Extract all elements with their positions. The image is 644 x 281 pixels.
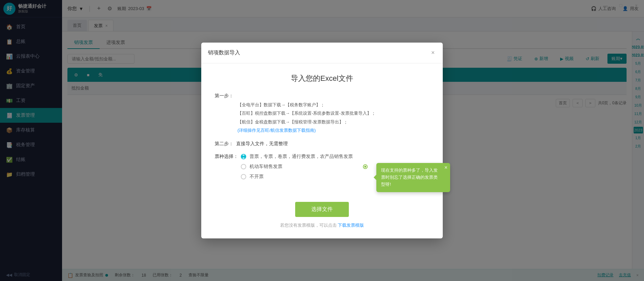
minimize-button[interactable]: — (598, 0, 613, 11)
step1-line2: 【百旺】税控盘数据下载→【系统设置-系统参数设置-发票批量导入】； (237, 109, 429, 117)
radio-none-circle (241, 174, 246, 179)
radio-normal-circle (241, 154, 246, 159)
tooltip-text: 现在支持的票种多了，导入发票时别忘了选择正确的发票类型呀! (381, 168, 438, 187)
modal-step1: 第一步： 【全电平台】数据下载→【税务数字账户】； 【百旺】税控盘数据下载→【系… (215, 93, 429, 134)
tooltip-bubble: 现在支持的票种多了，导入发票时别忘了选择正确的发票类型呀! × (376, 163, 450, 192)
ticket-select: 票种选择： 普票，专票，卷票，通行费发票，农产品销售发票 机动车销售 (215, 154, 429, 180)
modal-title: 销项数据导入 (208, 49, 240, 56)
modal-header: 销项数据导入 × (201, 43, 443, 63)
step1-guide-link[interactable]: (详细操作见百旺/航信发票数据下载指南) (237, 128, 316, 133)
footer-note-text: 若您没有发票模版，可以点击 (280, 223, 337, 228)
modal-footer: 选择文件 若您没有发票模版，可以点击 下载发票模版 (201, 195, 443, 238)
maximize-button[interactable]: □ (613, 0, 629, 11)
step1-line3: 【航信】金税盘数据下载→【报税管理-发票数据导出】； (237, 118, 429, 126)
step1-content: 【全电平台】数据下载→【税务数字账户】； 【百旺】税控盘数据下载→【系统设置-系… (237, 101, 429, 134)
step2-value: 直接导入文件，无需整理 (236, 141, 288, 147)
radio-group: 普票，专票，卷票，通行费发票，农产品销售发票 机动车销售发票 不开票 (241, 154, 353, 180)
tooltip-arrow (374, 175, 376, 180)
modal-step2: 第二步： 直接导入文件，无需整理 (215, 141, 429, 147)
select-file-button[interactable]: 选择文件 (295, 202, 349, 217)
modal-footer-note: 若您没有发票模版，可以点击 下载发票模版 (215, 222, 429, 228)
step2-label: 第二步： (215, 141, 233, 147)
ticket-select-label: 票种选择： (215, 154, 238, 160)
step1-label: 第一步： (215, 93, 233, 99)
modal-close-button[interactable]: × (430, 48, 436, 58)
radio-motor-circle (241, 164, 246, 169)
radio-normal-label: 普票，专票，卷票，通行费发票，农产品销售发票 (250, 154, 353, 160)
radio-motor-label: 机动车销售发票 (250, 164, 282, 170)
radio-none-label: 不开票 (250, 174, 264, 180)
modal-overlay: 销项数据导入 × 导入您的Excel文件 第一步： 【全电平台】数据下载→【税务… (0, 0, 644, 281)
modal-main-title: 导入您的Excel文件 (215, 73, 429, 83)
radio-none[interactable]: 不开票 (241, 174, 353, 180)
step1-line1: 【全电平台】数据下载→【税务数字账户】； (237, 101, 429, 109)
import-modal: 销项数据导入 × 导入您的Excel文件 第一步： 【全电平台】数据下载→【税务… (201, 43, 443, 239)
tooltip-close-button[interactable]: × (444, 165, 447, 170)
window-controls: — □ × (598, 0, 644, 11)
radio-motor[interactable]: 机动车销售发票 (241, 164, 353, 170)
tooltip-connector-dot (364, 165, 367, 168)
radio-normal[interactable]: 普票，专票，卷票，通行费发票，农产品销售发票 (241, 154, 353, 160)
modal-body: 导入您的Excel文件 第一步： 【全电平台】数据下载→【税务数字账户】； 【百… (201, 63, 443, 195)
close-button[interactable]: × (629, 0, 644, 11)
download-template-link[interactable]: 下载发票模版 (338, 223, 364, 228)
